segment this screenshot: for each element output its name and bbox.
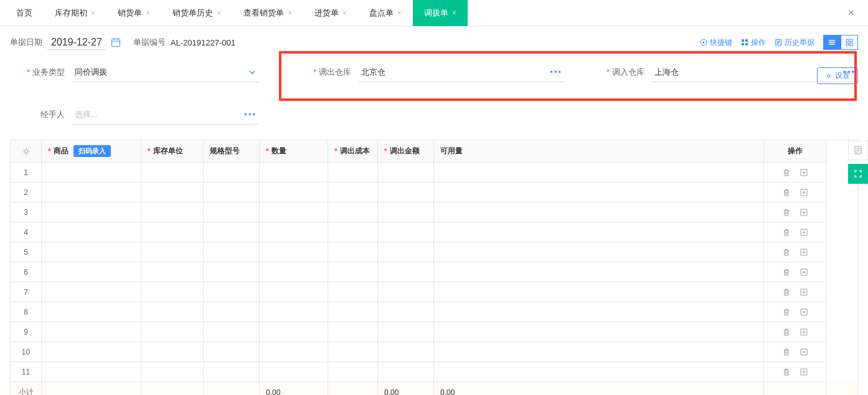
cell-product[interactable] — [42, 322, 141, 342]
cell-product[interactable] — [42, 222, 141, 242]
close-icon[interactable]: × — [342, 9, 347, 17]
cell-avail[interactable] — [434, 163, 764, 183]
delete-row-icon[interactable] — [782, 168, 791, 177]
tab-transfer-order[interactable]: 调拨单× — [413, 0, 468, 26]
scan-entry-button[interactable]: 扫码录入 — [73, 145, 111, 157]
close-all-tabs-button[interactable]: × — [839, 6, 863, 19]
cell-qty[interactable] — [260, 262, 328, 282]
add-row-icon[interactable] — [800, 268, 808, 277]
table-settings-button[interactable] — [11, 140, 42, 163]
cell-unit[interactable] — [141, 222, 204, 242]
cell-product[interactable] — [42, 262, 141, 282]
cell-avail[interactable] — [434, 302, 764, 322]
cell-product[interactable] — [42, 163, 141, 183]
cell-unit[interactable] — [141, 242, 204, 262]
delete-row-icon[interactable] — [782, 368, 791, 376]
cell-qty[interactable] — [260, 242, 328, 262]
close-icon[interactable]: × — [91, 9, 95, 17]
delete-row-icon[interactable] — [782, 308, 791, 316]
cell-avail[interactable] — [434, 362, 764, 382]
cell-unit[interactable] — [141, 362, 204, 382]
cell-avail[interactable] — [434, 183, 764, 202]
add-row-icon[interactable] — [800, 308, 808, 316]
cell-spec[interactable] — [204, 362, 260, 382]
cell-amount[interactable] — [378, 362, 434, 382]
cell-spec[interactable] — [204, 322, 260, 342]
tab-purchase-order[interactable]: 进货单× — [303, 0, 358, 26]
tab-view-sales[interactable]: 查看销货单× — [232, 0, 303, 26]
cell-unit[interactable] — [141, 322, 204, 342]
close-icon[interactable]: × — [146, 9, 150, 17]
add-row-icon[interactable] — [800, 228, 808, 237]
cell-spec[interactable] — [204, 222, 260, 242]
delete-row-icon[interactable] — [782, 268, 791, 277]
cell-qty[interactable] — [260, 362, 328, 382]
cell-qty[interactable] — [260, 282, 328, 302]
cell-spec[interactable] — [204, 242, 260, 262]
cell-amount[interactable] — [378, 163, 434, 183]
add-row-icon[interactable] — [800, 368, 808, 376]
cell-product[interactable] — [42, 282, 141, 302]
cell-qty[interactable] — [260, 302, 328, 322]
cell-amount[interactable] — [378, 222, 434, 242]
add-row-icon[interactable] — [800, 188, 808, 197]
cell-amount[interactable] — [378, 282, 434, 302]
cell-unit[interactable] — [141, 183, 204, 202]
cell-unit[interactable] — [141, 282, 204, 302]
delete-row-icon[interactable] — [782, 328, 791, 336]
cell-product[interactable] — [42, 362, 141, 382]
delete-row-icon[interactable] — [782, 288, 791, 297]
cell-unit[interactable] — [141, 202, 204, 222]
close-icon[interactable]: × — [452, 9, 456, 17]
cell-cost[interactable] — [328, 242, 378, 262]
calendar-icon[interactable] — [111, 37, 121, 47]
cell-unit[interactable] — [141, 342, 204, 362]
cell-product[interactable] — [42, 242, 141, 262]
history-button[interactable]: 历史单据 — [775, 37, 814, 48]
tab-home[interactable]: 首页 — [5, 0, 44, 26]
delete-row-icon[interactable] — [782, 188, 791, 197]
add-row-icon[interactable] — [800, 168, 808, 177]
cell-avail[interactable] — [434, 322, 764, 342]
biz-type-select[interactable]: 同价调拨 — [72, 63, 259, 82]
cell-cost[interactable] — [328, 302, 378, 322]
side-expand-button[interactable] — [848, 164, 868, 184]
cell-cost[interactable] — [328, 202, 378, 222]
cell-qty[interactable] — [260, 183, 328, 202]
cell-spec[interactable] — [204, 302, 260, 322]
tab-stocktake[interactable]: 盘点单× — [358, 0, 413, 26]
cell-qty[interactable] — [260, 222, 328, 242]
close-icon[interactable]: × — [397, 9, 402, 17]
cell-qty[interactable] — [260, 202, 328, 222]
cell-amount[interactable] — [378, 183, 434, 202]
cell-qty[interactable] — [260, 322, 328, 342]
cell-cost[interactable] — [328, 282, 378, 302]
out-wh-select[interactable]: 北京仓 ••• — [359, 63, 565, 82]
tab-sales-order[interactable]: 销货单× — [106, 0, 161, 26]
cell-cost[interactable] — [328, 222, 378, 242]
cell-unit[interactable] — [141, 163, 204, 183]
cell-unit[interactable] — [141, 262, 204, 282]
tab-sales-history[interactable]: 销货单历史× — [161, 0, 232, 26]
cell-product[interactable] — [42, 183, 141, 202]
cell-spec[interactable] — [204, 183, 260, 202]
cell-qty[interactable] — [260, 342, 328, 362]
cell-unit[interactable] — [141, 302, 204, 322]
date-input[interactable]: 2019-12-27 — [47, 36, 106, 50]
cell-cost[interactable] — [328, 262, 378, 282]
cell-avail[interactable] — [434, 202, 764, 222]
cell-avail[interactable] — [434, 262, 764, 282]
delete-row-icon[interactable] — [782, 348, 791, 356]
delete-row-icon[interactable] — [782, 208, 791, 217]
cell-amount[interactable] — [378, 302, 434, 322]
list-view-button[interactable] — [823, 35, 841, 50]
more-icon[interactable]: ••• — [244, 110, 257, 119]
cell-product[interactable] — [42, 302, 141, 322]
add-row-icon[interactable] — [800, 348, 808, 356]
delete-row-icon[interactable] — [782, 248, 791, 257]
cell-cost[interactable] — [328, 342, 378, 362]
cell-avail[interactable] — [434, 282, 764, 302]
cell-cost[interactable] — [328, 362, 378, 382]
cell-spec[interactable] — [204, 342, 260, 362]
cell-spec[interactable] — [204, 262, 260, 282]
